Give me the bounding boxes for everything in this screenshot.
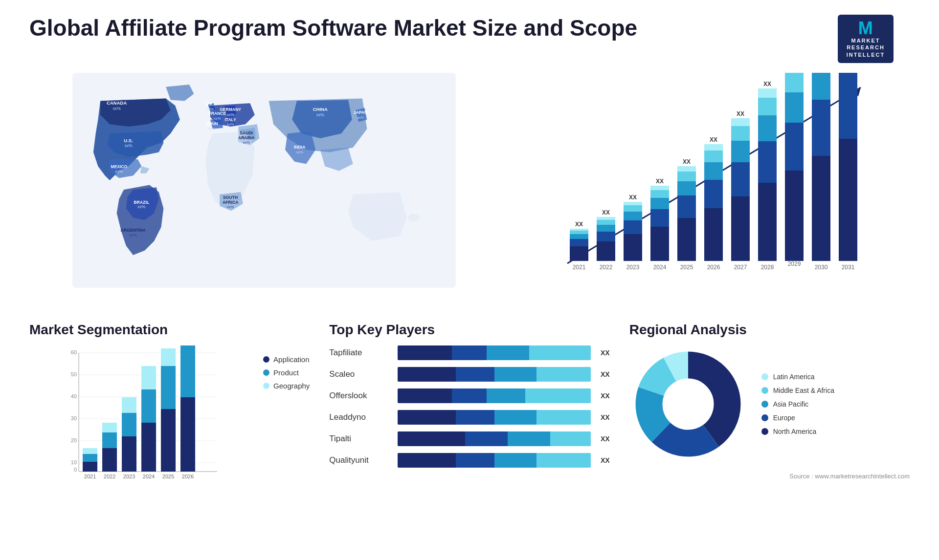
- svg-rect-124: [83, 448, 97, 454]
- svg-text:xx%: xx%: [137, 204, 146, 209]
- geo-dot: [263, 383, 269, 389]
- logo-area: M MARKET RESEARCH INTELLECT: [822, 15, 910, 63]
- legend-label-asia: Asia Pacific: [773, 400, 808, 408]
- svg-rect-123: [83, 454, 97, 462]
- svg-text:2021: 2021: [84, 474, 96, 479]
- legend-label-latin: Latin America: [773, 373, 815, 381]
- svg-text:2023: 2023: [123, 474, 135, 479]
- legend-dot-asia: [761, 401, 768, 408]
- svg-rect-92: [785, 171, 804, 261]
- legend-europe: Europe: [761, 414, 834, 422]
- svg-text:U.K.: U.K.: [205, 102, 214, 107]
- legend-label-europe: Europe: [773, 414, 795, 422]
- svg-text:xx%: xx%: [115, 169, 123, 174]
- svg-rect-142: [180, 397, 195, 472]
- svg-rect-85: [758, 183, 777, 261]
- svg-text:XX: XX: [737, 110, 744, 117]
- svg-rect-47: [597, 217, 615, 220]
- svg-text:50: 50: [71, 371, 77, 377]
- seg-legend-geography: Geography: [263, 382, 310, 390]
- svg-text:2031: 2031: [842, 264, 855, 271]
- svg-rect-122: [83, 462, 97, 472]
- logo-m: M: [847, 20, 885, 37]
- svg-text:2025: 2025: [162, 474, 174, 479]
- player-qualityunit: Qualityunit XX: [329, 453, 609, 468]
- donut-container: Latin America Middle East & Africa Asia …: [629, 345, 910, 463]
- bar-seg: [398, 410, 455, 425]
- svg-text:2021: 2021: [573, 264, 586, 271]
- map-svg: CANADA xx% U.S. xx% MEXICO xx% BRAZIL xx…: [29, 73, 499, 288]
- svg-rect-139: [161, 366, 176, 409]
- svg-rect-74: [704, 151, 723, 162]
- svg-rect-136: [141, 366, 156, 389]
- svg-text:xx%: xx%: [296, 150, 303, 154]
- svg-rect-39: [570, 231, 588, 234]
- logo-line1: MARKET: [847, 37, 885, 44]
- svg-text:INDIA: INDIA: [294, 145, 305, 150]
- svg-rect-67: [677, 172, 696, 181]
- svg-rect-143: [180, 345, 195, 397]
- svg-rect-44: [597, 232, 615, 241]
- app-label: Application: [273, 355, 309, 364]
- svg-rect-66: [677, 181, 696, 195]
- svg-rect-75: [704, 144, 723, 151]
- seg-chart: 60 50 40 30 20 10 0: [29, 345, 253, 484]
- svg-rect-79: [731, 162, 750, 196]
- player-xx: XX: [601, 392, 610, 400]
- svg-text:MEXICO: MEXICO: [111, 164, 128, 169]
- svg-rect-87: [758, 115, 777, 141]
- svg-rect-52: [624, 212, 642, 220]
- svg-rect-72: [704, 180, 723, 208]
- legend-asia: Asia Pacific: [761, 400, 834, 408]
- prod-dot: [263, 369, 269, 376]
- svg-rect-98: [812, 156, 830, 261]
- svg-text:2024: 2024: [143, 474, 155, 479]
- svg-rect-95: [785, 73, 804, 92]
- legend-latin-america: Latin America: [761, 373, 834, 381]
- regional-title: Regional Analysis: [629, 322, 910, 338]
- svg-rect-99: [812, 100, 830, 156]
- svg-rect-45: [597, 225, 615, 232]
- svg-text:2026: 2026: [182, 474, 194, 479]
- svg-rect-38: [570, 234, 588, 239]
- svg-rect-93: [785, 123, 804, 171]
- legend-dot-latin: [761, 373, 768, 380]
- map-section: CANADA xx% U.S. xx% MEXICO xx% BRAZIL xx…: [29, 73, 499, 307]
- bar-scaleo: [398, 367, 591, 382]
- page: Global Affiliate Program Software Market…: [0, 0, 939, 560]
- svg-text:xx%: xx%: [227, 122, 234, 127]
- svg-rect-71: [704, 208, 723, 261]
- seg-legend-product: Product: [263, 368, 310, 377]
- svg-text:xx%: xx%: [357, 115, 364, 120]
- bar-seg: [398, 367, 455, 382]
- svg-text:2028: 2028: [761, 264, 774, 271]
- svg-rect-54: [624, 202, 642, 205]
- player-xx: XX: [601, 413, 610, 421]
- bar-seg: [487, 345, 529, 360]
- bar-seg: [456, 453, 494, 468]
- svg-text:2023: 2023: [626, 264, 640, 271]
- svg-rect-80: [731, 141, 750, 162]
- seg-legend: Application Product Geography: [263, 355, 310, 390]
- player-scaleo: Scaleo XX: [329, 367, 609, 382]
- svg-rect-89: [758, 88, 777, 98]
- svg-text:xx%: xx%: [208, 127, 216, 131]
- svg-text:30: 30: [71, 415, 77, 421]
- svg-text:XX: XX: [683, 158, 691, 165]
- legend-north-america: North America: [761, 428, 834, 435]
- bar-seg: [508, 431, 550, 446]
- svg-text:2027: 2027: [734, 264, 747, 271]
- svg-rect-103: [839, 139, 857, 261]
- bar-seg: [529, 345, 591, 360]
- svg-rect-73: [704, 162, 723, 180]
- app-dot: [263, 356, 269, 363]
- svg-rect-37: [570, 239, 588, 246]
- svg-text:2022: 2022: [104, 474, 115, 479]
- svg-rect-100: [812, 73, 830, 100]
- source-text: Source : www.marketresearchintellect.com: [629, 473, 910, 480]
- bar-qualityunit: [398, 453, 591, 468]
- legend-label-na: North America: [773, 428, 817, 435]
- player-name-leaddyno: Leaddyno: [329, 412, 393, 422]
- seg-content: 60 50 40 30 20 10 0: [29, 345, 310, 484]
- svg-rect-43: [597, 241, 615, 261]
